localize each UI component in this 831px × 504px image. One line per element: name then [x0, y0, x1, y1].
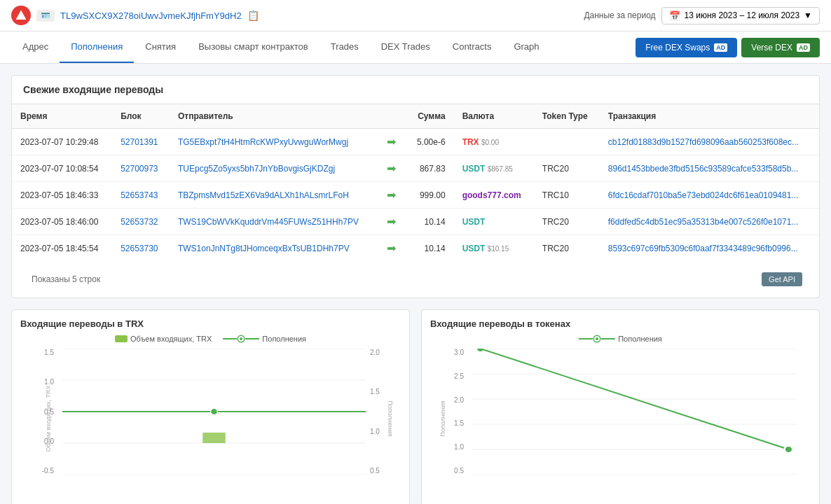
- cell-sender: TWS1onJnNTg8tJHomceqxBxTsUB1DHh7PV: [170, 235, 378, 262]
- header: 🪪 TL9wSXCX9X278oiUwvJvmeKJfjhFmY9dH2 📋 Д…: [0, 0, 831, 31]
- legend-line-seg2: [245, 338, 259, 340]
- table-row: 2023-07-07 10:08:54 52700973 TUEpcg5Zo5y…: [12, 155, 819, 182]
- cell-arrow: ➡: [378, 182, 406, 209]
- tab-smart-contracts[interactable]: Вызовы смарт контрактов: [187, 31, 320, 63]
- col-amount: Сумма: [406, 104, 453, 129]
- col-tx: Транзакция: [600, 104, 819, 129]
- legend-line-label: Пополнения: [262, 335, 306, 343]
- cell-token-type: TRC10: [534, 182, 600, 209]
- tab-adres[interactable]: Адрес: [11, 31, 60, 63]
- date-range-button[interactable]: 📅 13 июня 2023 – 12 июля 2023 ▼: [661, 7, 820, 24]
- logo-icon: [11, 6, 31, 25]
- tokens-chart-svg: [472, 349, 797, 475]
- chart-trx-box: Входящие переводы в TRX Объем входящих, …: [11, 309, 410, 504]
- tab-contracts[interactable]: Contracts: [441, 31, 503, 63]
- cell-time: 2023-07-07 10:29:48: [12, 129, 112, 155]
- cell-sender: TG5EBxpt7tH4HtmRcKWPxyUvwguWorMwgj: [170, 129, 378, 155]
- free-dex-badge: AD: [714, 43, 727, 52]
- cell-currency: USDT $10.15: [454, 235, 534, 262]
- sender-link[interactable]: TWS19CbWVkKquddrVm445FUWsZ51HHh7PV: [178, 217, 359, 227]
- tx-link[interactable]: 6fdc16cdaf7010ba5e73ebd024dc6f61ea010948…: [608, 190, 799, 200]
- sender-link[interactable]: TBZpmsMvd15zEX6Va9dALXh1hALsmrLFoH: [178, 190, 349, 200]
- y-tok-2.5: 2.5: [454, 372, 464, 380]
- y-tok-1.0: 1.0: [454, 443, 464, 451]
- cell-time: 2023-07-07 10:08:54: [12, 155, 112, 182]
- verse-dex-label: Verse DEX: [751, 43, 792, 52]
- cell-block: 52700973: [112, 155, 170, 182]
- legend-bar-item: Объем входящих, TRX: [115, 335, 212, 343]
- y-axis-right-label: Пополнения: [386, 400, 393, 436]
- legend-line-seg: [223, 338, 237, 340]
- table-row: 2023-07-07 10:29:48 52701391 TG5EBxpt7tH…: [12, 129, 819, 155]
- tx-link[interactable]: cb12fd01883d9b1527fd698096aab560253f608e…: [608, 137, 799, 147]
- y-right-2.0: 2.0: [370, 349, 380, 356]
- legend-tokens-line-label: Пополнения: [618, 335, 662, 343]
- cell-time: 2023-07-05 18:45:54: [12, 235, 112, 262]
- svg-point-18: [785, 446, 793, 453]
- block-link[interactable]: 52653743: [121, 190, 158, 200]
- col-block: Блок: [112, 104, 170, 129]
- arrow-right-icon: ➡: [387, 189, 396, 201]
- legend-line-icon: [223, 336, 259, 342]
- free-dex-swaps-button[interactable]: Free DEX Swaps AD: [636, 38, 737, 57]
- arrow-right-icon: ➡: [387, 162, 396, 174]
- tab-popolneniya[interactable]: Пополнения: [60, 31, 134, 63]
- legend-line-item: Пополнения: [223, 335, 306, 343]
- block-link[interactable]: 52653732: [121, 217, 158, 227]
- table-row: 2023-07-05 18:45:54 52653730 TWS1onJnNTg…: [12, 235, 819, 262]
- tab-snyatiya[interactable]: Снятия: [134, 31, 187, 63]
- y-axis-tokens-label: Пополнения: [439, 400, 446, 436]
- copy-icon[interactable]: 📋: [247, 10, 259, 21]
- cell-currency: TRX $0.00: [454, 129, 534, 155]
- y-tok-3.0: 3.0: [454, 349, 464, 356]
- y-axis-left-label: Объем входящих, TRX: [45, 385, 52, 451]
- cell-amount: 10.14: [406, 209, 453, 235]
- get-api-button[interactable]: Get API: [762, 272, 802, 286]
- calendar-icon: 📅: [669, 10, 680, 21]
- currency-label: goods777.com: [462, 190, 521, 200]
- cell-tx: cb12fd01883d9b1527fd698096aab560253f608e…: [600, 129, 819, 155]
- tx-link[interactable]: f6ddfed5c4db51ec95a35313b4e007c526f0e107…: [608, 217, 799, 227]
- col-arrow: [378, 104, 406, 129]
- cell-tx: 6fdc16cdaf7010ba5e73ebd024dc6f61ea010948…: [600, 182, 819, 209]
- block-link[interactable]: 52700973: [121, 164, 158, 174]
- cell-amount: 867.83: [406, 155, 453, 182]
- legend-tokens-line-seg2: [601, 338, 615, 340]
- id-badge: 🪪: [36, 10, 55, 22]
- cell-block: 52653732: [112, 209, 170, 235]
- table-row: 2023-07-05 18:46:33 52653743 TBZpmsMvd15…: [12, 182, 819, 209]
- sender-link[interactable]: TG5EBxpt7tH4HtmRcKWPxyUvwguWorMwgj: [178, 137, 348, 147]
- legend-tokens-line-seg: [579, 338, 593, 340]
- sender-link[interactable]: TUEpcg5Zo5yxs5bh7JnYbBovgisGjKDZgj: [178, 164, 335, 174]
- tab-dex-trades[interactable]: DEX Trades: [370, 31, 441, 63]
- tab-graph[interactable]: Graph: [502, 31, 550, 63]
- tx-link[interactable]: 896d1453bbede3fbd5156c93589cafce533f58d5…: [608, 164, 799, 174]
- verse-dex-button[interactable]: Verse DEX AD: [741, 38, 820, 57]
- price-sub: $0.00: [481, 139, 499, 146]
- col-currency: Валюта: [454, 104, 534, 129]
- sender-link[interactable]: TWS1onJnNTg8tJHomceqxBxTsUB1DHh7PV: [178, 244, 350, 253]
- cell-token-type: TRC20: [534, 155, 600, 182]
- cell-token-type: TRC20: [534, 235, 600, 262]
- tab-trades[interactable]: Trades: [320, 31, 370, 63]
- cell-arrow: ➡: [378, 209, 406, 235]
- header-right: Данные за период 📅 13 июня 2023 – 12 июл…: [584, 7, 820, 24]
- arrow-right-icon: ➡: [387, 136, 396, 148]
- header-left: 🪪 TL9wSXCX9X278oiUwvJvmeKJfjhFmY9dH2 📋: [11, 6, 259, 25]
- cell-currency: USDT: [454, 209, 534, 235]
- col-time: Время: [12, 104, 112, 129]
- block-link[interactable]: 52701391: [121, 137, 158, 147]
- cell-block: 52653743: [112, 182, 170, 209]
- nav-tabs: Адрес Пополнения Снятия Вызовы смарт кон…: [0, 31, 831, 64]
- cell-currency: USDT $867.85: [454, 155, 534, 182]
- cell-token-type: TRC20: [534, 209, 600, 235]
- chart-tokens-title: Входящие переводы в токенах: [430, 318, 811, 329]
- currency-label: USDT: [462, 244, 486, 253]
- legend-bar-icon: [115, 335, 128, 342]
- charts-row: Входящие переводы в TRX Объем входящих, …: [11, 309, 820, 504]
- y-left-m0.5: -0.5: [42, 467, 54, 475]
- tx-link[interactable]: 8593c697c69fb5309c6f0aaf7f3343489c96fb09…: [608, 244, 798, 253]
- block-link[interactable]: 52653730: [121, 244, 158, 253]
- chart-tokens-legend: Пополнения: [430, 335, 811, 343]
- id-icon: 🪪: [41, 11, 50, 20]
